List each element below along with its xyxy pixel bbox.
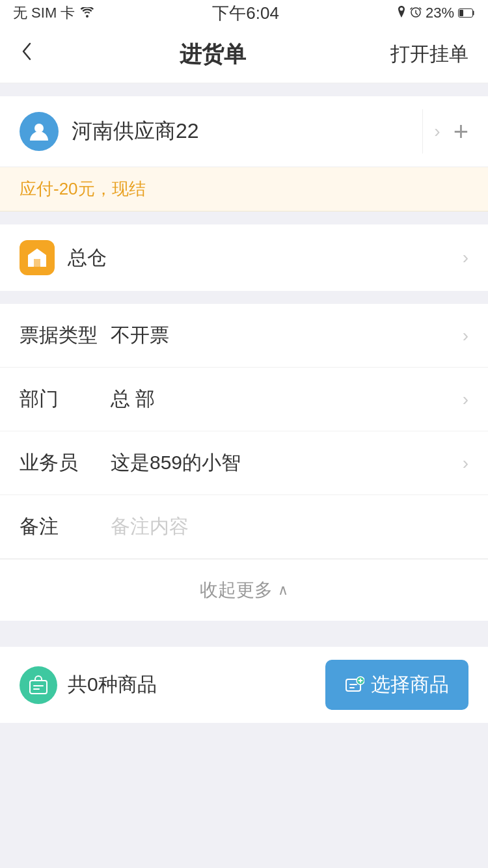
salesperson-row[interactable]: 业务员 这是859的小智 › — [0, 431, 488, 495]
goods-info: 共0种商品 — [20, 666, 157, 704]
select-goods-label: 选择商品 — [371, 671, 449, 698]
section-gap-1 — [0, 83, 488, 96]
section-gap-4 — [0, 621, 488, 634]
section-gap-3 — [0, 291, 488, 304]
add-supplier-button[interactable]: + — [454, 117, 468, 146]
battery-percent: 23% — [426, 5, 454, 21]
supplier-divider — [422, 109, 423, 154]
department-row[interactable]: 部门 总 部 › — [0, 368, 488, 431]
supplier-row[interactable]: 河南供应商22 › + — [0, 96, 488, 167]
warehouse-chevron-icon: › — [463, 247, 468, 268]
goods-icon-wrap — [20, 666, 57, 704]
status-time: 下午6:04 — [212, 2, 279, 25]
status-bar: 无 SIM 卡 下午6:04 23% — [0, 0, 488, 26]
salesperson-value: 这是859的小智 — [111, 450, 463, 476]
wifi-icon — [80, 5, 94, 21]
svg-rect-6 — [30, 681, 47, 694]
ticket-type-chevron-icon: › — [463, 325, 468, 346]
svg-rect-2 — [459, 10, 463, 16]
battery-icon — [458, 5, 475, 21]
remarks-label: 备注 — [20, 513, 111, 540]
warehouse-section: 总仓 › — [0, 224, 488, 291]
department-chevron-icon: › — [463, 389, 468, 410]
collapse-label: 收起更多 — [200, 578, 273, 603]
location-icon — [397, 5, 406, 21]
nav-bar: 进货单 打开挂单 — [0, 26, 488, 83]
ticket-type-value: 不开票 — [111, 322, 463, 349]
sim-label: 无 SIM 卡 — [13, 3, 75, 23]
status-right: 23% — [397, 5, 475, 21]
salesperson-label: 业务员 — [20, 450, 111, 476]
warehouse-name: 总仓 — [68, 245, 463, 271]
svg-rect-5 — [34, 259, 40, 267]
alarm-icon — [410, 5, 422, 21]
select-goods-button[interactable]: 选择商品 — [325, 660, 468, 710]
salesperson-chevron-icon: › — [463, 453, 468, 474]
warehouse-row[interactable]: 总仓 › — [0, 224, 488, 291]
bottom-bar: 共0种商品 选择商品 — [0, 647, 488, 723]
open-pending-button[interactable]: 打开挂单 — [390, 41, 468, 68]
back-button[interactable] — [20, 38, 35, 70]
form-section: 票据类型 不开票 › 部门 总 部 › 业务员 这是859的小智 › 备注 备注… — [0, 304, 488, 621]
collapse-button[interactable]: 收起更多 ∧ — [0, 559, 488, 621]
department-label: 部门 — [20, 386, 111, 413]
warehouse-icon-wrap — [20, 240, 55, 275]
goods-count-label: 共0种商品 — [68, 671, 157, 698]
svg-point-3 — [34, 124, 44, 133]
collapse-icon: ∧ — [278, 582, 288, 599]
supplier-avatar — [20, 112, 59, 151]
remarks-input[interactable]: 备注内容 — [111, 513, 468, 540]
remarks-row[interactable]: 备注 备注内容 — [0, 495, 488, 559]
page-title: 进货单 — [180, 40, 246, 70]
ticket-type-label: 票据类型 — [20, 322, 111, 349]
notice-bar: 应付-20元，现结 — [0, 167, 488, 211]
status-left: 无 SIM 卡 — [13, 3, 94, 23]
supplier-section: 河南供应商22 › + 应付-20元，现结 — [0, 96, 488, 211]
supplier-chevron-icon: › — [434, 121, 440, 142]
supplier-name: 河南供应商22 — [72, 117, 434, 146]
ticket-type-row[interactable]: 票据类型 不开票 › — [0, 304, 488, 368]
department-value: 总 部 — [111, 386, 463, 413]
section-gap-2 — [0, 211, 488, 224]
